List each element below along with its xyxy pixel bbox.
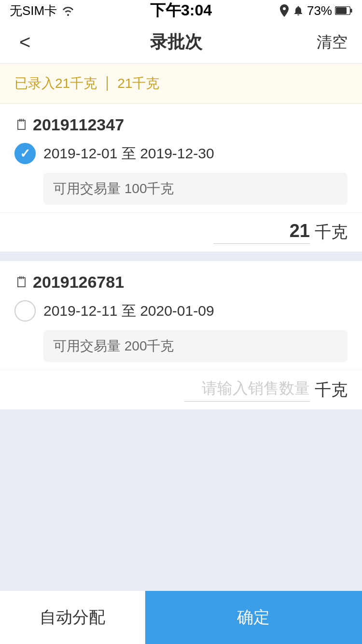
alarm-icon [292,5,304,16]
battery-percent: 73% [307,3,332,18]
battery-icon [335,6,352,15]
batch-2-date: 2019-12-11 至 2020-01-09 [43,301,214,321]
batch-1-amount-row: 21 千克 [0,212,362,252]
status-right: 73% [279,3,352,18]
confirm-button[interactable]: 确定 [145,591,362,644]
batch-2-date-row[interactable]: 2019-12-11 至 2020-01-09 [0,296,362,325]
batch-1-date: 2019-12-01 至 2019-12-30 [43,144,214,164]
location-icon [279,4,290,17]
batch-2-input-row: 请输入销售数量 千克 [0,370,362,409]
batch-2-header: 🗒 2019126781 [0,261,362,296]
batch-2-input-wrapper: 请输入销售数量 [184,378,310,402]
batch-2-id: 2019126781 [33,273,124,292]
recorded-amount: 已录入21千克 [14,74,97,93]
batch-1-amount-unit: 千克 [315,221,348,243]
batch-2-input-placeholder: 请输入销售数量 [202,378,310,399]
batch-2-radio[interactable] [14,300,36,322]
batch-2-availability: 可用交易量 200千克 [43,330,348,362]
page-title: 录批次 [150,30,202,54]
sim-text: 无SIM卡 [10,2,57,19]
wifi-icon [61,5,75,16]
nav-bar: < 录批次 清空 [0,21,362,64]
info-banner: 已录入21千克 21千克 [0,64,362,104]
batch-2-icon: 🗒 [14,274,29,291]
batch-1-amount-wrapper: 21 [213,221,310,244]
batch-1-id: 2019112347 [33,115,124,134]
batch-item-1: 🗒 2019112347 2019-12-01 至 2019-12-30 可用交… [0,104,362,252]
batch-item-2: 🗒 2019126781 2019-12-11 至 2020-01-09 可用交… [0,261,362,409]
main-content: 已录入21千克 21千克 🗒 2019112347 2019-12-01 至 2… [0,64,362,644]
bottom-area [0,409,362,607]
batch-2-unit: 千克 [315,379,348,401]
batch-1-availability: 可用交易量 100千克 [43,173,348,205]
svg-rect-2 [350,9,352,13]
batch-1-date-row[interactable]: 2019-12-01 至 2019-12-30 [0,139,362,168]
batch-1-icon: 🗒 [14,117,29,133]
back-button[interactable]: < [14,27,35,58]
batch-1-amount-value[interactable]: 21 [290,221,310,241]
status-left: 无SIM卡 [10,2,75,19]
batch-1-radio[interactable] [14,143,36,164]
total-amount: 21千克 [117,74,159,93]
auto-distribute-button[interactable]: 自动分配 [0,591,145,644]
info-divider [107,76,108,91]
svg-rect-1 [336,7,347,14]
footer: 自动分配 确定 [0,591,362,644]
clear-button[interactable]: 清空 [317,32,348,53]
batch-1-header: 🗒 2019112347 [0,104,362,139]
section-separator-1 [0,252,362,261]
status-time: 下午3:04 [150,0,212,21]
status-bar: 无SIM卡 下午3:04 73% [0,0,362,21]
